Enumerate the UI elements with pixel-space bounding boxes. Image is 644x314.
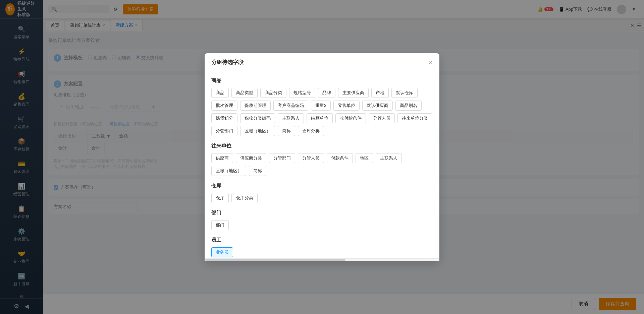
modal-title: 分组待选字段 (211, 59, 244, 66)
chip-warehouse[interactable]: 仓库 (211, 193, 229, 203)
chip-weight3[interactable]: 重量3 (311, 101, 331, 111)
employee-section-title: 员工 (211, 237, 433, 243)
chip-batch-management[interactable]: 批次管理 (211, 101, 237, 111)
chip-partner-dept[interactable]: 分管部门 (269, 153, 295, 163)
chip-main-supplier[interactable]: 主要供应商 (338, 88, 369, 98)
chip-product-alias[interactable]: 商品别名 (395, 101, 422, 111)
chip-supplier[interactable]: 供应商 (211, 153, 233, 163)
chip-settlement-unit[interactable]: 结算单位 (307, 113, 333, 123)
chip-warehouse-category[interactable]: 仓库分类 (298, 126, 324, 136)
chip-default-supplier[interactable]: 默认供应商 (362, 101, 393, 111)
modal-close-btn[interactable]: × (429, 59, 433, 66)
chip-short-name[interactable]: 简称 (278, 126, 295, 136)
partner-section: 往来单位 供应商 供应商分类 分管部门 分管人员 付款条件 地区 主联系人 区域… (211, 143, 433, 176)
chip-partner-region[interactable]: 区域（地区） (211, 166, 246, 176)
chip-department[interactable]: 部门 (211, 220, 229, 230)
warehouse-chips: 仓库 仓库分类 (211, 193, 433, 203)
product-section: 商品 商品 商品类型 商品分类 规格型号 品牌 主要供应商 产地 默认仓库 批次… (211, 77, 433, 136)
chip-customer-code[interactable]: 客户商品编码 (273, 101, 308, 111)
chip-retail-unit[interactable]: 零售单位 (333, 101, 360, 111)
modal-hscroll-thumb[interactable] (205, 259, 345, 261)
chip-warehouse-cat[interactable]: 仓库分类 (231, 193, 258, 203)
chip-payment-terms[interactable]: 收付款条件 (335, 113, 366, 123)
chip-partner-short-name[interactable]: 简称 (249, 166, 266, 176)
modal-horizontal-scrollbar[interactable] (205, 258, 439, 261)
chip-payment-condition[interactable]: 付款条件 (327, 153, 353, 163)
modal-body: 商品 商品 商品类型 商品分类 规格型号 品牌 主要供应商 产地 默认仓库 批次… (205, 72, 439, 258)
warehouse-section-title: 仓库 (211, 183, 433, 189)
chip-tax-code[interactable]: 税收分类编码 (240, 113, 275, 123)
chip-default-warehouse[interactable]: 默认仓库 (391, 88, 418, 98)
chip-product-category[interactable]: 商品分类 (260, 88, 286, 98)
chip-partner-manager[interactable]: 分管人员 (298, 153, 324, 163)
department-section: 部门 部门 (211, 210, 433, 230)
product-section-title: 商品 (211, 77, 433, 84)
partner-section-title: 往来单位 (211, 143, 433, 149)
field-select-modal: 分组待选字段 × 商品 商品 商品类型 商品分类 规格型号 品牌 主要供应商 产… (205, 53, 439, 261)
chip-region[interactable]: 区域（地区） (240, 126, 275, 136)
product-chips: 商品 商品类型 商品分类 规格型号 品牌 主要供应商 产地 默认仓库 批次管理 … (211, 88, 433, 136)
warehouse-section: 仓库 仓库 仓库分类 (211, 183, 433, 203)
chip-origin[interactable]: 产地 (371, 88, 389, 98)
chip-partner-contact[interactable]: 主联系人 (376, 153, 402, 163)
chip-spec-model[interactable]: 规格型号 (289, 88, 315, 98)
employee-section: 员工 业务员 (211, 237, 433, 257)
chip-expiry-management[interactable]: 保质期管理 (240, 101, 271, 111)
partner-chips: 供应商 供应商分类 分管部门 分管人员 付款条件 地区 主联系人 区域（地区） … (211, 153, 433, 176)
chip-product-type[interactable]: 商品类型 (231, 88, 258, 98)
department-section-title: 部门 (211, 210, 433, 216)
employee-chips: 业务员 (211, 247, 433, 257)
chip-pick-score[interactable]: 拣货积分 (211, 113, 237, 123)
chip-main-contact[interactable]: 主联系人 (278, 113, 304, 123)
chip-salesperson[interactable]: 业务员 (211, 247, 233, 257)
chip-area[interactable]: 地区 (356, 153, 373, 163)
department-chips: 部门 (211, 220, 433, 230)
modal-header: 分组待选字段 × (205, 53, 439, 72)
chip-brand[interactable]: 品牌 (318, 88, 335, 98)
chip-manager[interactable]: 分管人员 (369, 113, 395, 123)
chip-partner-category[interactable]: 往来单位分类 (397, 113, 432, 123)
chip-dept[interactable]: 分管部门 (211, 126, 237, 136)
chip-supplier-category[interactable]: 供应商分类 (236, 153, 266, 163)
chip-product[interactable]: 商品 (211, 88, 229, 98)
